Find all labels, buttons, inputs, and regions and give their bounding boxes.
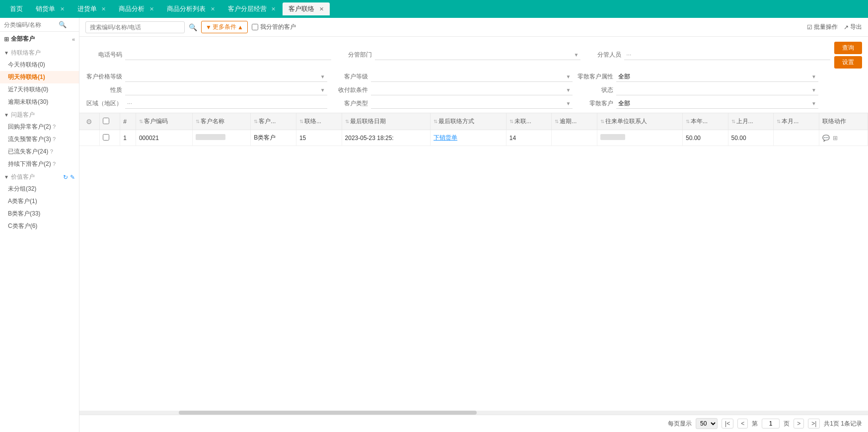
th-gear[interactable]: ⚙: [79, 113, 99, 130]
filter-status-wrap[interactable]: ▼: [616, 85, 818, 95]
th-company-contact[interactable]: ⇅往来单位联系人: [597, 113, 683, 130]
close-customer-contact-icon[interactable]: ✕: [319, 6, 324, 12]
filter-price-level-wrap[interactable]: ▼: [125, 72, 327, 82]
th-name[interactable]: ⇅客户名称: [193, 113, 251, 130]
sidebar-item-repurchase-abnormal[interactable]: 回购异常客户(2) ?: [0, 121, 79, 133]
group-value-customers[interactable]: ▼ 价值客户 ↻ ✎: [0, 170, 79, 183]
filter-retail-attr-wrap[interactable]: 全部 ▼: [616, 72, 818, 82]
my-customers-checkbox[interactable]: [252, 24, 258, 30]
filter-phone-input[interactable]: [125, 50, 331, 60]
filter-payment-wrap[interactable]: ▼: [371, 85, 573, 95]
filter-nature-select[interactable]: [125, 85, 327, 95]
close-product-analysis-list-icon[interactable]: ✕: [211, 6, 215, 12]
sidebar-item-overdue-contact[interactable]: 逾期未联络(30): [0, 96, 79, 108]
sidebar-item-declining[interactable]: 持续下滑客户(2) ?: [0, 158, 79, 170]
filter-region-input[interactable]: ···: [125, 98, 327, 109]
export-button[interactable]: ↗ 导出: [844, 23, 862, 31]
page-number-input[interactable]: [762, 419, 780, 429]
next-page-button[interactable]: >: [794, 419, 804, 429]
th-last-method[interactable]: ⇅最后联络方式: [431, 113, 506, 130]
filter-price-level-select[interactable]: [125, 72, 327, 82]
filter-customer-level-wrap[interactable]: ▼: [371, 72, 573, 82]
filter-status-select[interactable]: [616, 85, 818, 95]
sidebar-item-class-a[interactable]: A类客户(1): [0, 195, 79, 208]
filter-person-input[interactable]: ···: [624, 50, 830, 60]
filter-customer-type-wrap[interactable]: ▼: [371, 98, 573, 109]
refresh-value-icon[interactable]: ↻: [63, 174, 68, 181]
nav-customer-tier[interactable]: 客户分层经营 ✕: [222, 2, 282, 15]
grid-action-icon[interactable]: ⊞: [833, 135, 838, 142]
sidebar-item-class-c[interactable]: C类客户(6): [0, 220, 79, 232]
th-this-year[interactable]: ⇅本年...: [682, 113, 728, 130]
more-conditions-button[interactable]: ▼ 更多条件 ▲: [201, 21, 248, 33]
scrollbar-thumb[interactable]: [179, 411, 477, 415]
th-no-contact[interactable]: ⇅未联...: [506, 113, 552, 130]
cell-action[interactable]: 💬 ⊞: [819, 130, 868, 146]
prev-page-button[interactable]: <: [737, 419, 748, 429]
close-customer-tier-icon[interactable]: ✕: [271, 6, 276, 12]
batch-operation-button[interactable]: ☑ 批量操作: [807, 23, 838, 31]
cell-last-date: 2023-05-23 18:25:: [342, 130, 431, 146]
th-code[interactable]: ⇅客户编码: [136, 113, 192, 130]
filter-dept-select[interactable]: [375, 50, 581, 60]
row-checkbox[interactable]: [103, 134, 109, 141]
sidebar-item-ungrouped[interactable]: 未分组(32): [0, 183, 79, 195]
th-contact[interactable]: ⇅联络...: [296, 113, 342, 130]
sidebar-all-customers[interactable]: ⊞ 全部客户 «: [0, 32, 79, 46]
th-last-month[interactable]: ⇅上月...: [728, 113, 774, 130]
gear-header-icon: ⚙: [86, 118, 92, 126]
filter-customer-type-select[interactable]: [371, 98, 573, 109]
th-overdue[interactable]: ⇅逾期...: [552, 113, 597, 130]
nav-sales[interactable]: 销货单 ✕: [30, 2, 71, 15]
per-page-select[interactable]: 50: [696, 418, 718, 429]
settings-button[interactable]: 设置: [834, 56, 862, 69]
sidebar-item-7day-contact[interactable]: 近7天待联络(0): [0, 83, 79, 96]
filter-retail-customer-label: 零散客户: [577, 99, 616, 108]
sidebar-item-churned[interactable]: 已流失客户(24) ?: [0, 145, 79, 158]
sidebar-item-today-contact[interactable]: 今天待联络(0): [0, 59, 79, 71]
nav-purchase[interactable]: 进货单 ✕: [72, 2, 112, 15]
query-button[interactable]: 查询: [834, 42, 862, 54]
filter-customer-level-select[interactable]: [371, 72, 573, 82]
th-last-date[interactable]: ⇅最后联络日期: [342, 113, 431, 130]
filter-search-button[interactable]: 🔍: [189, 23, 197, 31]
nav-home[interactable]: 首页: [4, 2, 29, 15]
first-page-button[interactable]: |<: [722, 419, 733, 429]
close-product-analysis-icon[interactable]: ✕: [149, 6, 154, 12]
sidebar-item-tomorrow-contact[interactable]: 明天待联络(1): [0, 71, 79, 83]
filter-retail-customer-select[interactable]: 全部: [616, 98, 818, 109]
comment-action-icon[interactable]: 💬: [822, 135, 830, 142]
sidebar-search-input[interactable]: [4, 21, 59, 28]
close-purchase-icon[interactable]: ✕: [101, 6, 106, 12]
group-problem-customers[interactable]: ▼ 问题客户: [0, 108, 79, 121]
sidebar-item-churn-warning[interactable]: 流失预警客户(3) ?: [0, 133, 79, 145]
th-checkbox[interactable]: [99, 113, 120, 130]
cell-last-method[interactable]: 下销货单: [431, 130, 506, 146]
filter-search-input[interactable]: [85, 21, 185, 33]
sidebar-item-class-b[interactable]: B类客户(33): [0, 208, 79, 220]
last-page-button[interactable]: >|: [808, 419, 820, 429]
filter-retail-attr-select[interactable]: 全部: [616, 72, 818, 82]
close-sales-icon[interactable]: ✕: [60, 6, 65, 12]
filter-dept-select-wrap[interactable]: ▼: [375, 50, 581, 60]
group-pending-contact[interactable]: ▼ 待联络客户: [0, 46, 79, 59]
last-contact-link[interactable]: 下销货单: [434, 134, 457, 141]
edit-value-icon[interactable]: ✎: [70, 174, 75, 181]
cell-overdue: [552, 130, 597, 146]
nav-product-analysis[interactable]: 商品分析 ✕: [113, 2, 160, 15]
nav-product-analysis-list[interactable]: 商品分析列表 ✕: [161, 2, 221, 15]
filter-payment-select[interactable]: [371, 85, 573, 95]
sidebar-search-icon[interactable]: 🔍: [59, 21, 67, 28]
filter-price-level-label: 客户价格等级: [85, 72, 125, 81]
filter-nature-wrap[interactable]: ▼: [125, 85, 327, 95]
select-all-checkbox[interactable]: [103, 118, 109, 124]
th-this-month[interactable]: ⇅本月...: [774, 113, 819, 130]
horizontal-scrollbar[interactable]: [79, 411, 868, 415]
th-type[interactable]: ⇅客户...: [251, 113, 296, 130]
cell-name: [193, 130, 251, 146]
my-customers-checkbox-wrap[interactable]: 我分管的客户: [252, 23, 296, 31]
cell-checkbox[interactable]: [99, 130, 120, 146]
cell-code: 000021: [136, 130, 192, 146]
filter-retail-customer-wrap[interactable]: 全部 ▼: [616, 98, 818, 109]
nav-customer-contact[interactable]: 客户联络 ✕: [283, 2, 330, 15]
